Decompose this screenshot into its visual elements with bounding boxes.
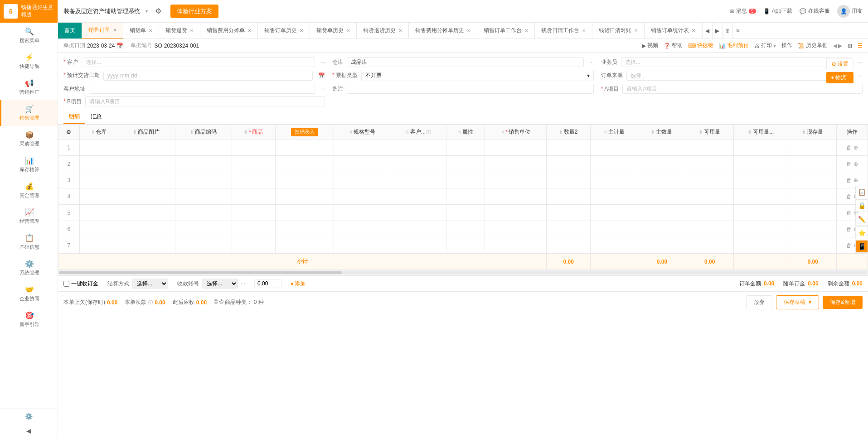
delivery-date-input[interactable] [103, 71, 313, 81]
address-dots-icon[interactable]: ··· [320, 86, 325, 92]
invoice-select[interactable]: 不开票 ▾ [361, 70, 594, 81]
th-setting[interactable]: ⚙ [58, 125, 80, 140]
tab-more-btn[interactable]: ⊕ [722, 23, 732, 39]
tab-sales-order-history[interactable]: 销售订单历史 ✕ [258, 23, 310, 39]
print-btn[interactable]: 🖨 打印 ▾ [754, 42, 776, 49]
tab-sales-return[interactable]: 销货退货 ✕ [159, 23, 200, 39]
tab-return-history[interactable]: 销货退货历史 ✕ [357, 23, 409, 39]
topbar-gear-icon[interactable]: ⚙ [155, 7, 161, 15]
delete-icon[interactable]: 🗑 [846, 144, 852, 151]
tab-summary[interactable]: 汇总 [85, 110, 107, 124]
tab-close-return-history[interactable]: ✕ [398, 28, 402, 33]
tab-close-sales-order-history[interactable]: ✕ [300, 28, 303, 33]
message-btn[interactable]: ✉ 消息 9 [730, 7, 756, 15]
sidebar-item-search[interactable]: 🔍 搜索菜单 [0, 23, 58, 48]
sidebar-item-inventory[interactable]: 📊 库存核算 [0, 152, 58, 178]
date-value[interactable]: 2023-03-24 [87, 43, 115, 49]
copy-icon[interactable]: ⊕ [853, 161, 858, 167]
warehouse-dots-icon[interactable]: ··· [589, 59, 594, 65]
tab-close-all-btn[interactable]: ✕ [732, 23, 743, 39]
salesperson-input[interactable] [621, 57, 853, 67]
order-source-dots-icon[interactable]: ··· [858, 72, 863, 79]
user-menu[interactable]: 👤 用友 [837, 5, 863, 18]
online-service-btn[interactable]: 💬 在线客服 [800, 7, 830, 15]
copy-icon[interactable]: ⊕ [853, 177, 858, 183]
calendar-icon[interactable]: 📅 [116, 43, 123, 49]
right-panel-btn-5[interactable]: 📱 [855, 240, 868, 253]
save-new-button[interactable]: 保存&新增 [823, 296, 863, 309]
tab-fee-history[interactable]: 销售费用分摊单历史 ✕ [409, 23, 477, 39]
tab-order-workbench[interactable]: 销售订单工作台 ✕ [477, 23, 535, 39]
sidebar-item-purchase[interactable]: 📦 采购管理 [0, 126, 58, 152]
scan-btn[interactable]: 扫码录入 [291, 128, 318, 136]
b-project-input[interactable] [85, 96, 325, 106]
tab-close-sales-goods[interactable]: ✕ [149, 28, 152, 33]
account-dots-icon[interactable]: ··· [241, 280, 245, 287]
remark-input[interactable] [347, 84, 594, 94]
right-panel-btn-1[interactable]: 📋 [855, 186, 868, 198]
tab-close-order-workbench[interactable]: ✕ [524, 28, 528, 33]
nav-prev-icon[interactable]: ◀ [833, 43, 837, 49]
operate-btn[interactable]: 操作 [781, 42, 792, 49]
sidebar-item-operations[interactable]: 📈 经营管理 [0, 203, 58, 229]
delete-icon[interactable]: 🗑 [846, 210, 852, 216]
th-scan[interactable]: 扫码录入 [276, 125, 334, 140]
tab-close-fee-history[interactable]: ✕ [467, 28, 470, 33]
sidebar-item-finance[interactable]: 💰 资金管理 [0, 178, 58, 203]
delete-icon[interactable]: 🗑 [846, 193, 852, 200]
salesperson-dots-icon[interactable]: ··· [858, 59, 863, 65]
save-draft-dropdown-icon[interactable]: ▾ [809, 299, 811, 305]
solution-button[interactable]: 体验行业方案 [170, 5, 218, 18]
tab-sales-stats[interactable]: 销售订单统计表 ✕ [645, 23, 702, 39]
sidebar-item-system[interactable]: ⚙️ 系统管理 [0, 255, 58, 281]
profit-btn[interactable]: 📊 毛利预估 [719, 42, 749, 49]
settlement-select[interactable]: 选择... [132, 279, 168, 289]
right-panel-btn-4[interactable]: ⭐ [855, 226, 868, 239]
grid-view-btn[interactable]: ⊞ [848, 43, 852, 49]
discard-button[interactable]: 放弃 [746, 295, 772, 309]
tab-prev-btn[interactable]: ◀ [702, 23, 712, 39]
setup-btn[interactable]: ⚙ 设置 [826, 58, 853, 70]
save-draft-button[interactable]: 保存草稿 ▾ [776, 295, 819, 309]
scrollbar-thumb[interactable] [59, 271, 342, 274]
system-switcher[interactable]: ▾ [145, 9, 148, 14]
tab-close-goods-history[interactable]: ✕ [346, 28, 350, 33]
one-click-checkbox[interactable]: 一键收订金 [63, 280, 98, 288]
sidebar-item-sales[interactable]: 🛒 销售管理 [0, 100, 58, 126]
order-source-input[interactable] [626, 71, 853, 81]
history-btn[interactable]: 📜 历史单据 [798, 42, 828, 49]
delete-icon[interactable]: 🗑 [846, 226, 852, 232]
customer-input[interactable] [82, 57, 315, 67]
view-btn[interactable]: ▶ 视频 [642, 42, 658, 49]
tab-close-sales-stats[interactable]: ✕ [692, 28, 695, 33]
tab-detail[interactable]: 明细 [63, 110, 85, 124]
scrollbar-track[interactable] [59, 271, 867, 274]
add-payment-btn[interactable]: ● 添加 [291, 280, 305, 288]
nav-next-icon[interactable]: ▶ [838, 43, 842, 49]
add-logistics-btn[interactable]: + 物流 [826, 72, 853, 83]
scrollbar[interactable] [58, 270, 868, 275]
sidebar-item-quicknav[interactable]: ⚡ 快捷导航 [0, 48, 58, 74]
sidebar-settings-btn[interactable]: ⚙️ [0, 409, 58, 424]
shortcut-btn[interactable]: ⌨ 快捷键 [688, 42, 713, 49]
tab-sales-order[interactable]: 销售订单 ✕ [82, 23, 123, 39]
a-project-input[interactable] [622, 84, 863, 94]
copy-icon[interactable]: ⊕ [853, 144, 858, 151]
warehouse-input[interactable] [347, 57, 584, 67]
tab-daily-clear[interactable]: 钱货日清工作台 ✕ [535, 23, 592, 39]
print-dropdown-icon[interactable]: ▾ [773, 43, 776, 49]
sidebar-collapse-btn[interactable]: ◀ [0, 424, 58, 438]
delete-icon[interactable]: 🗑 [846, 161, 852, 167]
tab-close-sales-fee[interactable]: ✕ [247, 28, 251, 33]
right-panel-btn-3[interactable]: ✏️ [855, 213, 868, 226]
tab-reconcile[interactable]: 钱货日清对账 ✕ [592, 23, 645, 39]
list-view-btn[interactable]: ☰ [858, 43, 863, 49]
amount-input[interactable] [254, 279, 281, 288]
tab-close-reconcile[interactable]: ✕ [634, 28, 638, 33]
tab-next-btn[interactable]: ▶ [712, 23, 722, 39]
tab-sales-fee[interactable]: 销售费用分摊单 ✕ [200, 23, 258, 39]
tab-close-sales-order[interactable]: ✕ [113, 28, 116, 33]
tab-close-daily-clear[interactable]: ✕ [582, 28, 586, 33]
sidebar-item-enterprise[interactable]: 🤝 企业协同 [0, 281, 58, 307]
tab-home[interactable]: 首页 [58, 23, 82, 39]
